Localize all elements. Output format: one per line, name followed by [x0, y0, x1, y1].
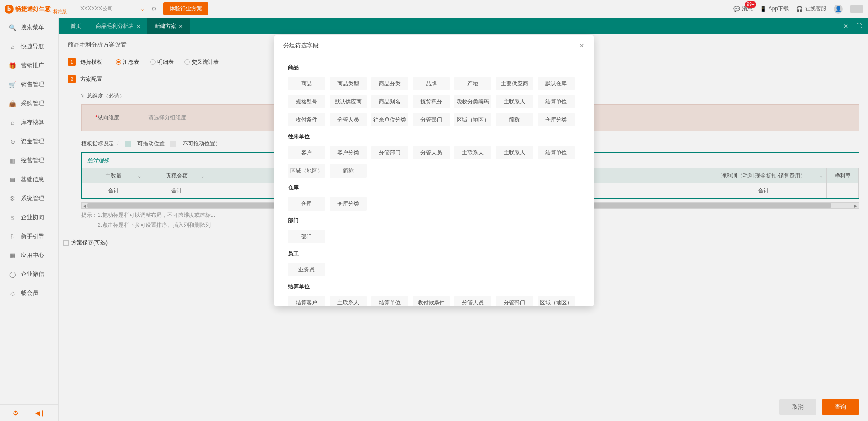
field-chip[interactable]: 分管部门 — [413, 113, 450, 126]
field-chips: 仓库仓库分类 — [288, 197, 583, 210]
field-chip[interactable]: 商品分类 — [371, 77, 408, 90]
field-chip[interactable]: 规格型号 — [288, 95, 325, 108]
field-group-4: 员工业务员 — [288, 250, 583, 276]
field-chip[interactable]: 分管人员 — [330, 113, 367, 126]
field-chips: 部门 — [288, 230, 583, 243]
modal-close-icon[interactable]: ✕ — [579, 42, 585, 49]
field-group-5: 结算单位结算客户主联系人结算单位收付款条件分管人员分管部门区域（地区）简称 — [288, 283, 583, 306]
field-chip[interactable]: 商品 — [288, 77, 325, 90]
field-chip[interactable]: 结算单位 — [371, 296, 408, 306]
field-chip[interactable]: 结算单位 — [538, 95, 575, 108]
field-chip[interactable]: 主联系人 — [496, 95, 533, 108]
field-chip[interactable]: 结算单位 — [538, 146, 575, 159]
field-group-title: 往来单位 — [288, 133, 583, 140]
field-group-2: 仓库仓库仓库分类 — [288, 184, 583, 210]
field-chip[interactable]: 拣货积分 — [413, 95, 450, 108]
field-chip[interactable]: 产地 — [454, 77, 491, 90]
field-chip[interactable]: 区域（地区） — [538, 296, 575, 306]
field-chip[interactable]: 分管人员 — [454, 296, 491, 306]
field-group-1: 往来单位客户客户分类分管部门分管人员主联系人主联系人结算单位区域（地区）简称 — [288, 133, 583, 178]
field-chip[interactable]: 区域（地区） — [454, 113, 491, 126]
modal-mask: 分组待选字段 ✕ 商品商品商品类型商品分类品牌产地主要供应商默认仓库规格型号默认… — [0, 0, 868, 421]
field-chip[interactable]: 仓库分类 — [330, 197, 367, 210]
field-select-modal: 分组待选字段 ✕ 商品商品商品类型商品分类品牌产地主要供应商默认仓库规格型号默认… — [274, 35, 594, 306]
field-chip[interactable]: 区域（地区） — [288, 164, 325, 178]
field-chip[interactable]: 仓库分类 — [538, 113, 575, 126]
field-chip[interactable]: 主联系人 — [454, 146, 491, 159]
field-chips: 结算客户主联系人结算单位收付款条件分管人员分管部门区域（地区）简称 — [288, 296, 583, 306]
field-group-3: 部门部门 — [288, 217, 583, 243]
field-group-0: 商品商品商品类型商品分类品牌产地主要供应商默认仓库规格型号默认供应商商品别名拣货… — [288, 64, 583, 126]
field-chip[interactable]: 默认仓库 — [538, 77, 575, 90]
field-chip[interactable]: 收付条件 — [288, 113, 325, 126]
field-chips: 商品商品类型商品分类品牌产地主要供应商默认仓库规格型号默认供应商商品别名拣货积分… — [288, 77, 583, 126]
field-chips: 客户客户分类分管部门分管人员主联系人主联系人结算单位区域（地区）简称 — [288, 146, 583, 178]
field-chip[interactable]: 主联系人 — [496, 146, 533, 159]
field-chip[interactable]: 客户分类 — [330, 146, 367, 159]
field-chip[interactable]: 仓库 — [288, 197, 325, 210]
field-group-title: 商品 — [288, 64, 583, 71]
field-chip[interactable]: 部门 — [288, 230, 325, 243]
field-chip[interactable]: 商品别名 — [371, 95, 408, 108]
modal-title: 分组待选字段 — [283, 42, 319, 50]
modal-header: 分组待选字段 ✕ — [274, 35, 594, 56]
field-chip[interactable]: 默认供应商 — [330, 95, 367, 108]
field-chip[interactable]: 客户 — [288, 146, 325, 159]
field-chips: 业务员 — [288, 263, 583, 276]
field-chip[interactable]: 分管人员 — [413, 146, 450, 159]
field-group-title: 结算单位 — [288, 283, 583, 290]
field-chip[interactable]: 业务员 — [288, 263, 325, 276]
field-chip[interactable]: 税收分类编码 — [454, 95, 491, 108]
field-chip[interactable]: 分管部门 — [371, 146, 408, 159]
field-chip[interactable]: 结算客户 — [288, 296, 325, 306]
field-chip[interactable]: 主联系人 — [330, 296, 367, 306]
field-group-title: 员工 — [288, 250, 583, 257]
field-group-title: 部门 — [288, 217, 583, 225]
field-chip[interactable]: 商品类型 — [330, 77, 367, 90]
field-chip[interactable]: 简称 — [330, 164, 367, 178]
field-chip[interactable]: 简称 — [496, 113, 533, 126]
field-group-title: 仓库 — [288, 184, 583, 192]
modal-body: 商品商品商品类型商品分类品牌产地主要供应商默认仓库规格型号默认供应商商品别名拣货… — [274, 56, 594, 306]
field-chip[interactable]: 主要供应商 — [496, 77, 533, 90]
field-chip[interactable]: 往来单位分类 — [371, 113, 408, 126]
field-chip[interactable]: 品牌 — [413, 77, 450, 90]
field-chip[interactable]: 分管部门 — [496, 296, 533, 306]
field-chip[interactable]: 收付款条件 — [413, 296, 450, 306]
